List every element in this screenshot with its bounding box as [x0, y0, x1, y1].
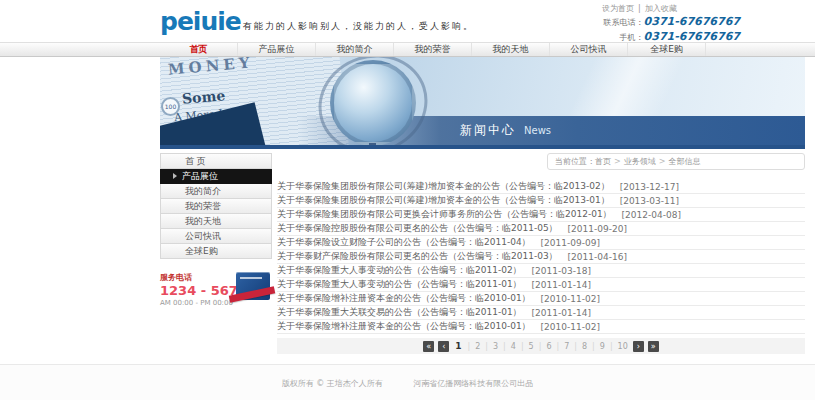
news-date: [2013-12-17]	[620, 182, 679, 192]
breadcrumb-link[interactable]: 业务领域	[624, 157, 656, 166]
pagination-separator: |	[539, 342, 542, 351]
news-row: 关于华泰保险设立财险子公司的公告（公告编号：临2011-04）[2011-09-…	[277, 236, 805, 250]
nav-item-honor[interactable]: 我的荣誉	[394, 43, 472, 56]
sidebar-item-label: 我的简介	[185, 185, 221, 198]
pagination: «‹1|2|3|4|5|6|7|8|9|10›»	[277, 338, 805, 354]
pagination-page-link[interactable]: 9	[600, 342, 605, 351]
sidebar-menu: 首 页产品展位我的简介我的荣誉我的天地公司快讯全球E购	[160, 153, 272, 259]
news-date: [2011-09-20]	[568, 224, 627, 234]
mobile-label: 手机：	[620, 33, 644, 42]
news-link[interactable]: 关于华泰保险重大人事变动的公告（公告编号：临2011-01）	[277, 278, 522, 291]
pagination-page-link[interactable]: 2	[475, 342, 480, 351]
quick-links: 设为首页|加入收藏	[598, 3, 681, 14]
pagination-separator: |	[592, 342, 595, 351]
news-date: [2011-04-16]	[568, 252, 627, 262]
news-link[interactable]: 关于华泰保险重大关联交易的公告（公告编号：临2011-01）	[277, 306, 522, 319]
main: 首 页产品展位我的简介我的荣誉我的天地公司快讯全球E购 服务电话 1234 - …	[160, 153, 805, 354]
service-hours: AM 00:00 - PM 00:00	[160, 299, 272, 307]
sidebar-item-shop[interactable]: 全球E购	[160, 244, 272, 259]
news-date: [2011-03-18]	[532, 266, 591, 276]
breadcrumb: 当前位置： 首页>业务领域>全部信息	[547, 153, 805, 170]
contact-info: 联系电话：0371-67676767 手机：0371-67676767	[604, 14, 740, 44]
add-favorite-link[interactable]: 加入收藏	[645, 4, 677, 13]
news-link[interactable]: 关于华泰保险集团股份有限公司更换会计师事务所的公告（公告编号：临2012-01）	[277, 208, 612, 221]
breadcrumb-link[interactable]: 首页	[595, 157, 611, 166]
tagline: 有能力的人影响别人，没能力的人，受人影响。	[243, 20, 474, 33]
sidebar-item-label: 全球E购	[185, 245, 218, 258]
pagination-page-link[interactable]: 10	[618, 342, 628, 351]
pagination-separator: |	[503, 342, 506, 351]
news-link[interactable]: 关于华泰保险控股股份有限公司更名的公告（公告编号：临2011-05）	[277, 222, 558, 235]
sidebar-item-home[interactable]: 首 页	[160, 154, 272, 169]
sidebar-item-honor[interactable]: 我的荣誉	[160, 199, 272, 214]
sidebar-item-label: 公司快讯	[185, 230, 221, 243]
sidebar-item-world[interactable]: 我的天地	[160, 214, 272, 229]
sidebar-item-label: 首 页	[185, 155, 206, 168]
sidebar-item-news[interactable]: 公司快讯	[160, 229, 272, 244]
pagination-page-link[interactable]: 8	[582, 342, 587, 351]
globe-icon	[330, 60, 416, 146]
nav-item-profile[interactable]: 我的简介	[316, 43, 394, 56]
nav-item-shop[interactable]: 全球E购	[628, 43, 706, 56]
news-link[interactable]: 关于华泰保险集团股份有限公司(筹建)增加资本金的公告（公告编号：临2013-01…	[277, 194, 610, 207]
breadcrumb-separator: >	[614, 157, 621, 166]
pagination-separator: |	[574, 342, 577, 351]
news-row: 关于华泰保险增补注册资本金的公告（公告编号：临2010-01）[2010-11-…	[277, 292, 805, 306]
pagination-page-link[interactable]: 6	[546, 342, 551, 351]
nav-item-home[interactable]: 首页	[160, 43, 238, 56]
quick-links-separator: |	[638, 4, 641, 13]
news-date: [2011-01-14]	[532, 308, 591, 318]
coin-graphic: 100	[161, 97, 180, 116]
banner-bottom-strip	[160, 145, 805, 149]
mobile-number: 0371-67676767	[644, 30, 740, 43]
news-date: [2011-01-14]	[532, 280, 591, 290]
nav-item-products[interactable]: 产品展位	[238, 43, 316, 56]
pagination-first-button[interactable]: «	[423, 341, 434, 352]
pagination-page-link[interactable]: 7	[564, 342, 569, 351]
pagination-page-link[interactable]: 4	[511, 342, 516, 351]
news-row: 关于华泰保险集团股份有限公司更换会计师事务所的公告（公告编号：临2012-01）…	[277, 208, 805, 222]
breadcrumb-crumbs: 首页>业务领域>全部信息	[595, 156, 700, 167]
news-link[interactable]: 关于华泰保险增补注册资本金的公告（公告编号：临2010-01）	[277, 292, 531, 305]
sidebar-item-profile[interactable]: 我的简介	[160, 184, 272, 199]
news-row: 关于华泰保险控股股份有限公司更名的公告（公告编号：临2011-05）[2011-…	[277, 222, 805, 236]
news-link[interactable]: 关于华泰保险集团股份有限公司(筹建)增加资本金的公告（公告编号：临2013-02…	[277, 180, 610, 193]
sidebar-item-products[interactable]: 产品展位	[160, 169, 272, 184]
news-date: [2010-11-02]	[541, 322, 600, 332]
sidebar: 首 页产品展位我的简介我的荣誉我的天地公司快讯全球E购 服务电话 1234 - …	[160, 153, 272, 354]
pagination-page-link[interactable]: 5	[529, 342, 534, 351]
pagination-next-button[interactable]: ›	[633, 341, 644, 352]
header: peiuie 有能力的人影响别人，没能力的人，受人影响。 设为首页|加入收藏 联…	[0, 0, 815, 42]
pagination-prev-button[interactable]: ‹	[438, 341, 449, 352]
sidebar-item-label: 我的天地	[185, 215, 221, 228]
news-row: 关于华泰财产保险股份有限公司更名的公告（公告编号：临2011-03）[2011-…	[277, 250, 805, 264]
news-link[interactable]: 关于华泰保险增补注册资本金的公告（公告编号：临2010-01）	[277, 320, 531, 333]
set-home-link[interactable]: 设为首页	[602, 4, 634, 13]
phone-label: 联系电话：	[604, 18, 644, 27]
sidebar-item-label: 产品展位	[182, 170, 218, 183]
phone-number: 0371-67676767	[644, 15, 740, 28]
news-link[interactable]: 关于华泰保险重大人事变动的公告（公告编号：临2011-02）	[277, 264, 522, 277]
news-date: [2013-03-11]	[620, 196, 679, 206]
sidebar-item-label: 我的荣誉	[185, 200, 221, 213]
pagination-current-page: 1	[455, 341, 461, 351]
news-row: 关于华泰保险集团股份有限公司(筹建)增加资本金的公告（公告编号：临2013-02…	[277, 180, 805, 194]
news-link[interactable]: 关于华泰财产保险股份有限公司更名的公告（公告编号：临2011-03）	[277, 250, 558, 263]
content: 当前位置： 首页>业务领域>全部信息 关于华泰保险集团股份有限公司(筹建)增加资…	[272, 153, 805, 354]
pagination-separator: |	[610, 342, 613, 351]
breadcrumb-link[interactable]: 全部信息	[668, 157, 700, 166]
page: peiuie 有能力的人影响别人，没能力的人，受人影响。 设为首页|加入收藏 联…	[0, 0, 815, 400]
news-link[interactable]: 关于华泰保险设立财险子公司的公告（公告编号：临2011-04）	[277, 236, 531, 249]
news-row: 关于华泰保险集团股份有限公司(筹建)增加资本金的公告（公告编号：临2013-01…	[277, 194, 805, 208]
nav-item-news[interactable]: 公司快讯	[550, 43, 628, 56]
pagination-separator: |	[485, 342, 488, 351]
banner-title-en: News	[524, 125, 551, 136]
footer: 版权所有 © 王培杰个人所有 河南省亿播网络科技有限公司出品	[0, 364, 815, 400]
news-row: 关于华泰保险重大人事变动的公告（公告编号：临2011-02）[2011-03-1…	[277, 264, 805, 278]
news-row: 关于华泰保险增补注册资本金的公告（公告编号：临2010-01）[2010-11-…	[277, 320, 805, 334]
pagination-last-button[interactable]: »	[648, 341, 659, 352]
news-date: [2010-11-02]	[541, 294, 600, 304]
pagination-page-link[interactable]: 3	[493, 342, 498, 351]
nav-item-world[interactable]: 我的天地	[472, 43, 550, 56]
arrow-right-icon	[173, 173, 177, 179]
